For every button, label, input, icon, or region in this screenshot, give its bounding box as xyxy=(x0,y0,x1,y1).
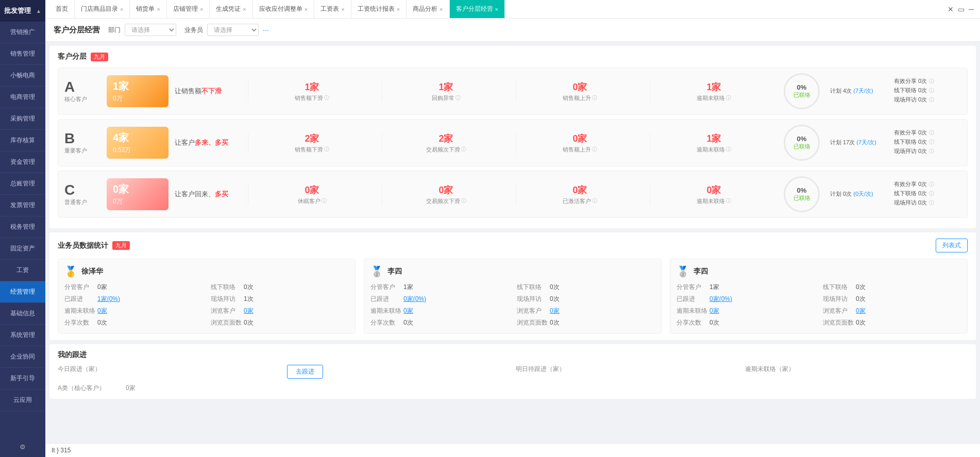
staff-stat-0-5: 浏览客户 0家 xyxy=(211,307,349,315)
info-icon-0-3[interactable]: ⓘ xyxy=(726,94,731,101)
tier-right-info-2-0[interactable]: ⓘ xyxy=(929,181,934,188)
sidebar-item-11[interactable]: 工资 xyxy=(0,260,45,281)
tier-right-stat-label-2-2: 现场拜访 0次 xyxy=(894,199,927,207)
tab-close-7[interactable]: × xyxy=(397,6,400,12)
list-table-button[interactable]: 列表式 xyxy=(936,239,968,252)
tab-close-1[interactable]: × xyxy=(120,6,123,12)
tier-plan-days-2[interactable]: (0天/次) xyxy=(853,191,873,197)
tab-item-4[interactable]: 生成凭证× xyxy=(210,0,252,19)
info-icon-2-2[interactable]: ⓘ xyxy=(592,197,597,205)
info-icon-1-1[interactable]: ⓘ xyxy=(461,146,466,153)
tier-right-info-2-2[interactable]: ⓘ xyxy=(929,199,934,207)
sidebar-item-5[interactable]: 库存核算 xyxy=(0,130,45,151)
tab-item-3[interactable]: 店铺管理× xyxy=(167,0,210,19)
sidebar-item-12[interactable]: 经营管理 xyxy=(0,281,45,303)
tier-right-stats-1: 有效分享 0次 ⓘ线下联络 0次 ⓘ现场拜访 0次 ⓘ xyxy=(894,129,961,157)
info-icon-2-1[interactable]: ⓘ xyxy=(461,197,466,205)
tab-item-6[interactable]: 工资表× xyxy=(314,0,351,19)
tab-restore-icon[interactable]: ▭ xyxy=(958,5,965,13)
tier-stat-1-0: 2家 销售额下滑 ⓘ xyxy=(248,132,376,154)
dept-label: 部门 xyxy=(108,26,121,35)
staff-stat-val-0-5[interactable]: 0家 xyxy=(244,307,254,315)
tier-right-info-2-1[interactable]: ⓘ xyxy=(929,190,934,197)
sidebar-item-3[interactable]: 电商管理 xyxy=(0,87,45,108)
sidebar-item-8[interactable]: 发票管理 xyxy=(0,195,45,216)
tab-minimize-icon[interactable]: ─ xyxy=(969,5,974,13)
tab-item-7[interactable]: 工资统计报表× xyxy=(351,0,407,19)
tier-right-info-0-1[interactable]: ⓘ xyxy=(929,87,934,94)
tab-label-0: 首页 xyxy=(56,5,68,13)
dept-select[interactable]: 请选择 xyxy=(125,24,176,36)
staff-stat-val-0-0: 0家 xyxy=(97,283,107,292)
sidebar-header[interactable]: 批发管理 ▲ xyxy=(0,0,45,22)
tab-item-2[interactable]: 销货单× xyxy=(130,0,166,19)
tab-close-4[interactable]: × xyxy=(243,6,246,12)
sidebar-item-10[interactable]: 固定资产 xyxy=(0,238,45,260)
filter-more-icon[interactable]: ··· xyxy=(263,26,269,34)
tab-item-9[interactable]: 客户分层经营× xyxy=(450,0,505,19)
info-icon-0-2[interactable]: ⓘ xyxy=(592,94,597,101)
follow-grid: 今日跟进（家） 去跟进 明日待跟进（家） 逾期未联络（家） xyxy=(58,365,968,379)
info-icon-2-3[interactable]: ⓘ xyxy=(726,197,731,205)
tab-item-5[interactable]: 应收应付调整单× xyxy=(253,0,314,19)
staff-stat-val-2-5[interactable]: 0家 xyxy=(856,307,866,315)
tab-close-3[interactable]: × xyxy=(200,6,203,12)
tab-close-9[interactable]: × xyxy=(495,6,498,12)
tier-count-box-1: 4家0.53万 xyxy=(107,127,168,159)
staff-stat-val-1-2[interactable]: 0家(0%) xyxy=(403,295,426,303)
tier-right-info-1-0[interactable]: ⓘ xyxy=(929,129,934,137)
info-icon-2-0[interactable]: ⓘ xyxy=(322,197,327,205)
staff-stat-val-1-5[interactable]: 0家 xyxy=(550,307,560,315)
sidebar-item-17[interactable]: 云应用 xyxy=(0,390,45,411)
staff-stat-val-0-4[interactable]: 0家 xyxy=(97,307,107,315)
tab-item-0[interactable]: 首页 xyxy=(49,0,75,19)
tab-close-2[interactable]: × xyxy=(157,6,160,12)
info-icon-0-0[interactable]: ⓘ xyxy=(324,94,329,101)
tier-stat-label-0-0: 销售额下滑 ⓘ xyxy=(295,94,329,102)
tier-stat-value-1-0: 2家 xyxy=(305,132,319,145)
sidebar-item-15[interactable]: 企业协同 xyxy=(0,346,45,368)
tier-right-info-1-1[interactable]: ⓘ xyxy=(929,139,934,146)
tier-stat-label-2-3: 逾期未联络 ⓘ xyxy=(697,197,731,205)
tier-right-stat-label-2-1: 线下联络 0次 xyxy=(894,190,927,197)
tier-plan-days-0[interactable]: (7天/次) xyxy=(853,88,873,94)
info-icon-1-2[interactable]: ⓘ xyxy=(592,146,597,153)
sidebar-item-9[interactable]: 税务管理 xyxy=(0,216,45,238)
staff-stat-val-2-2[interactable]: 0家(0%) xyxy=(709,295,732,303)
tier-right-stats-2: 有效分享 0次 ⓘ线下联络 0次 ⓘ现场拜访 0次 ⓘ xyxy=(894,180,961,208)
info-icon-1-3[interactable]: ⓘ xyxy=(726,146,731,153)
tier-plan-days-1[interactable]: (7天/次) xyxy=(856,139,876,145)
tier-right-info-0-2[interactable]: ⓘ xyxy=(929,96,934,104)
tab-close-8[interactable]: × xyxy=(440,6,443,12)
staff-select[interactable]: 请选择 xyxy=(207,24,259,36)
sidebar-item-16[interactable]: 新手引导 xyxy=(0,368,45,390)
info-icon-1-0[interactable]: ⓘ xyxy=(324,146,329,153)
tier-stat-label-0-3: 逾期未联络 ⓘ xyxy=(697,94,731,102)
sidebar-item-4[interactable]: 采购管理 xyxy=(0,108,45,130)
staff-stat-val-1-1: 0次 xyxy=(550,283,560,292)
tier-right-stat-label-0-1: 线下联络 0次 xyxy=(894,87,927,94)
sidebar-item-14[interactable]: 系统管理 xyxy=(0,325,45,346)
staff-stat-val-1-4[interactable]: 0家 xyxy=(403,307,413,315)
sidebar-item-7[interactable]: 总账管理 xyxy=(0,173,45,195)
tab-item-8[interactable]: 商品分析× xyxy=(407,0,449,19)
sidebar-item-0[interactable]: 营销推广 xyxy=(0,22,45,43)
tab-close-6[interactable]: × xyxy=(341,6,344,12)
tab-close-icon[interactable]: ✕ xyxy=(948,5,954,13)
staff-stat-label-1-0: 分管客户 xyxy=(370,283,401,292)
tier-right-stats-0: 有效分享 0次 ⓘ线下联络 0次 ⓘ现场拜访 0次 ⓘ xyxy=(894,77,961,105)
staff-stat-val-2-4[interactable]: 0家 xyxy=(709,307,719,315)
info-icon-0-1[interactable]: ⓘ xyxy=(455,94,461,101)
sidebar-footer[interactable]: ⚙ xyxy=(0,437,45,457)
page-title: 客户分层经营 xyxy=(54,25,100,35)
sidebar-item-2[interactable]: 小畅电商 xyxy=(0,65,45,87)
tab-close-5[interactable]: × xyxy=(305,6,308,12)
tab-item-1[interactable]: 门店商品目录× xyxy=(75,0,130,19)
go-follow-button[interactable]: 去跟进 xyxy=(287,365,323,379)
staff-stat-val-0-2[interactable]: 1家(0%) xyxy=(97,295,120,303)
tier-right-info-1-2[interactable]: ⓘ xyxy=(929,148,934,155)
sidebar-item-13[interactable]: 基础信息 xyxy=(0,303,45,325)
tier-right-info-0-0[interactable]: ⓘ xyxy=(929,78,934,85)
sidebar-item-6[interactable]: 资金管理 xyxy=(0,151,45,173)
sidebar-item-1[interactable]: 销售管理 xyxy=(0,43,45,65)
